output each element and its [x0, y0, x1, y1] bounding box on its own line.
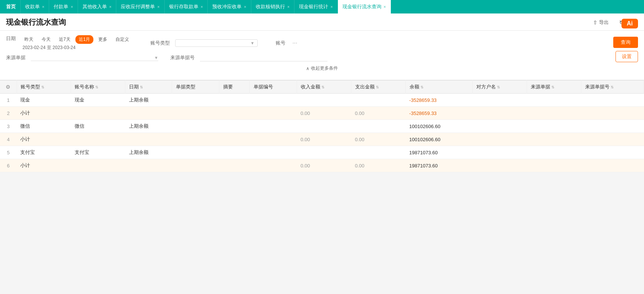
- sort-icon: ⇅: [420, 85, 423, 89]
- th-balance[interactable]: 余额⇅: [405, 81, 472, 94]
- nav-item-writeoff[interactable]: 收款核销执行 ×: [251, 0, 294, 13]
- date-label: 日期: [6, 35, 16, 42]
- th-income[interactable]: 收入金额⇅: [297, 81, 351, 94]
- close-icon[interactable]: ×: [384, 4, 386, 9]
- sort-icon: ⇅: [376, 85, 379, 89]
- query-button[interactable]: 查询: [613, 37, 638, 48]
- chevron-down-icon: ▼: [154, 55, 158, 60]
- close-icon[interactable]: ×: [287, 4, 290, 9]
- data-table: ⚙ 账号类型⇅ 账号名称⇅ 日期⇅ 单据类型 摘要 单据编号 收入金额⇅: [0, 80, 644, 172]
- th-source-doc-no[interactable]: 来源单据号⇅: [581, 81, 644, 94]
- chevron-down-icon: ▼: [250, 41, 254, 45]
- filter-area: 日期 昨天 今天 近7天 近1月 更多 自定义 2023-02-24 至 202…: [0, 31, 644, 80]
- ai-button[interactable]: Ai: [621, 19, 638, 28]
- table-row[interactable]: 6小计0.000.0019871073.60: [0, 159, 644, 172]
- nav-item-receipt[interactable]: 收款单 ×: [21, 0, 49, 13]
- page-title: 现金银行流水查询: [6, 17, 66, 27]
- th-account-type[interactable]: 账号类型⇅: [17, 81, 71, 94]
- th-expense[interactable]: 支出金额⇅: [351, 81, 405, 94]
- source-doc-number-input[interactable]: [200, 54, 327, 61]
- right-buttons: 查询 设置: [613, 37, 638, 62]
- source-doc-select[interactable]: ▼: [31, 55, 158, 61]
- th-doc-number: 单据编号: [249, 81, 297, 94]
- close-icon[interactable]: ×: [71, 4, 73, 9]
- close-icon[interactable]: ×: [244, 4, 246, 9]
- th-gear[interactable]: ⚙: [0, 81, 17, 94]
- date-opt-yesterday[interactable]: 昨天: [21, 35, 37, 44]
- table-row[interactable]: 1现金现金上期余额-3528659.33: [0, 94, 644, 107]
- th-date[interactable]: 日期⇅: [125, 81, 172, 94]
- table-row[interactable]: 5支付宝支付宝上期余额19871073.60: [0, 146, 644, 159]
- close-icon[interactable]: ×: [157, 4, 159, 9]
- th-summary: 摘要: [219, 81, 249, 94]
- table-header-row: ⚙ 账号类型⇅ 账号名称⇅ 日期⇅ 单据类型 摘要 单据编号 收入金额⇅: [0, 81, 644, 94]
- date-opt-1month[interactable]: 近1月: [75, 35, 94, 44]
- export-icon: ⇧: [593, 19, 597, 25]
- source-doc-label: 来源单据: [6, 54, 26, 61]
- table-row[interactable]: 4小计0.000.00100102606.60: [0, 133, 644, 146]
- date-range: 2023-02-24 至 2023-03-24: [23, 45, 132, 51]
- table-row[interactable]: 3微信微信上期余额100102606.60: [0, 120, 644, 133]
- th-doc-type: 单据类型: [172, 81, 219, 94]
- date-opt-more[interactable]: 更多: [95, 35, 111, 44]
- account-dots[interactable]: ···: [292, 40, 297, 46]
- collapse-row: ∧ 收起更多条件: [6, 62, 638, 75]
- date-options: 昨天 今天 近7天 近1月 更多 自定义: [21, 35, 132, 44]
- export-button[interactable]: ⇧ 导出: [590, 18, 612, 27]
- th-source-doc[interactable]: 来源单据⇅: [527, 81, 581, 94]
- nav-item-prepay[interactable]: 预收冲应收单 ×: [208, 0, 251, 13]
- sort-icon: ⇅: [497, 85, 500, 89]
- th-counterpart[interactable]: 对方户名⇅: [472, 81, 527, 94]
- date-opt-today[interactable]: 今天: [38, 35, 54, 44]
- close-icon[interactable]: ×: [330, 4, 333, 9]
- sort-icon: ⇅: [611, 85, 614, 89]
- sort-icon: ⇅: [551, 85, 554, 89]
- table-container: ⚙ 账号类型⇅ 账号名称⇅ 日期⇅ 单据类型 摘要 单据编号 收入金额⇅: [0, 80, 644, 172]
- account-type-label: 账号类型: [150, 40, 170, 46]
- nav-item-payment[interactable]: 付款单 ×: [49, 0, 78, 13]
- page-title-bar: 现金银行流水查询 ⇧ 导出 ↻ 刷新: [0, 13, 644, 31]
- nav-item-bank-deposit[interactable]: 银行存取款单 ×: [165, 0, 208, 13]
- close-icon[interactable]: ×: [109, 4, 111, 9]
- nav-item-cash-stat[interactable]: 现金银行统计 ×: [294, 0, 338, 13]
- source-doc-number-label: 来源单据号: [170, 54, 195, 61]
- account-label: 账号: [276, 40, 285, 46]
- th-account-name[interactable]: 账号名称⇅: [71, 81, 125, 94]
- account-type-select[interactable]: ▼: [175, 39, 258, 47]
- gear-icon[interactable]: ⚙: [6, 84, 11, 90]
- date-opt-custom[interactable]: 自定义: [112, 35, 132, 44]
- close-icon[interactable]: ×: [42, 4, 44, 9]
- close-icon[interactable]: ×: [201, 4, 203, 9]
- source-row: 来源单据 ▼ 来源单据号: [6, 54, 607, 61]
- sort-icon: ⇅: [95, 85, 98, 89]
- table-row[interactable]: 2小计0.000.00-3528659.33: [0, 107, 644, 120]
- nav-item-home[interactable]: 首页: [2, 0, 21, 13]
- settings-button[interactable]: 设置: [615, 51, 638, 62]
- sort-icon: ⇅: [41, 85, 44, 89]
- date-opt-7days[interactable]: 近7天: [56, 35, 74, 44]
- sort-icon: ⇅: [321, 85, 324, 89]
- top-navigation: 首页 收款单 × 付款单 × 其他收入单 × 应收应付调整单 × 银行存取款单 …: [0, 0, 644, 13]
- nav-item-ar-ap-adjust[interactable]: 应收应付调整单 ×: [116, 0, 164, 13]
- nav-item-cash-flow[interactable]: 现金银行流水查询 ×: [338, 0, 391, 13]
- chevron-up-icon: ∧: [306, 66, 309, 71]
- collapse-button[interactable]: ∧ 收起更多条件: [300, 64, 344, 73]
- sort-icon: ⇅: [140, 85, 143, 89]
- nav-item-other-income[interactable]: 其他收入单 ×: [78, 0, 116, 13]
